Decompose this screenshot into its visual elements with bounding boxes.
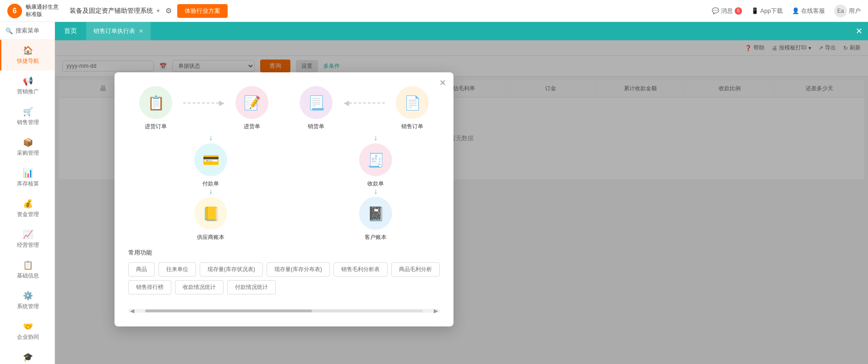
user-area[interactable]: Ea 用户: [834, 5, 861, 17]
sidebar-item-marketing[interactable]: 📢 营销推广: [0, 71, 55, 101]
supplier-account-circle: 📒: [194, 197, 227, 230]
sales-bill-label: 销货单: [308, 123, 324, 130]
message-icon: 💬: [712, 7, 719, 14]
header-right: 💬 消息 6 📱 App下载 👤 在线客服 Ea 用户: [712, 5, 861, 17]
tab-close-icon[interactable]: ✕: [139, 28, 143, 34]
search-menu-button[interactable]: 🔍 搜索菜单: [0, 22, 55, 40]
scroll-thumb: [145, 310, 312, 312]
sales-bill-node[interactable]: 📃 销货单: [289, 86, 344, 130]
payment-circle: 💳: [194, 143, 227, 176]
func-btn-receipt-stats[interactable]: 收款情况统计: [175, 280, 224, 294]
purchase-bill-label: 进货单: [244, 123, 260, 130]
money-icon: 💰: [23, 199, 33, 209]
modal-scrollbar[interactable]: ◀ ▶: [128, 309, 440, 313]
sales-order-label: 销售订单: [401, 123, 423, 130]
scroll-track: [145, 310, 423, 312]
payment-node[interactable]: 💳 付款单: [183, 143, 238, 188]
megaphone-icon: 📢: [23, 76, 33, 86]
dropdown-icon[interactable]: ▾: [157, 7, 160, 14]
system-title-area: 装备及固定资产辅助管理系统 ▾ ⚙: [70, 6, 172, 15]
func-buttons-row2: 销售排行榜 收款情况统计 付款情况统计: [128, 280, 440, 294]
close-all-icon[interactable]: ✕: [856, 26, 863, 36]
content-area: ❓ 帮助 🖨 按模板打印 ▾ ↗ 导出 ↻ 刷新: [55, 40, 868, 364]
payment-label: 付款单: [202, 180, 219, 188]
avatar: Ea: [834, 5, 847, 17]
clipboard-icon: 📋: [23, 260, 33, 270]
system-title: 装备及固定资产辅助管理系统: [70, 7, 153, 15]
sidebar-item-guide[interactable]: 🎓 新手引导: [0, 347, 55, 364]
func-btn-sales-rank[interactable]: 销售排行榜: [128, 280, 171, 294]
graduate-icon: 🎓: [23, 352, 33, 362]
gear-icon[interactable]: ⚙: [165, 6, 172, 15]
sales-order-node[interactable]: 📄 销售订单: [385, 86, 440, 130]
sidebar-item-enterprise[interactable]: 🤝 企业协同: [0, 316, 55, 347]
tab-bar: 首页 销售订单执行表 ✕ ✕: [55, 22, 868, 40]
sidebar-item-finance[interactable]: 💰 资金管理: [0, 193, 55, 224]
sidebar-item-operation[interactable]: 📈 经营管理: [0, 224, 55, 255]
chart-icon: 📊: [23, 168, 33, 178]
purchase-order-node[interactable]: 📋 进货订单: [128, 86, 183, 130]
tab-home[interactable]: 首页: [55, 22, 86, 40]
tab-sales-order[interactable]: 销售订单执行表 ✕: [86, 22, 151, 40]
modal-overlay: ✕ 📋 进货订单: [55, 40, 868, 364]
supplier-account-node[interactable]: 📒 供应商账本: [183, 197, 238, 241]
purchase-order-label: 进货订单: [145, 123, 167, 130]
sidebar: 🔍 搜索菜单 🏠 快捷导航 📢 营销推广 🛒 销售管理 📦 采购管理 📊 库存核…: [0, 22, 55, 364]
modal-dialog: ✕ 📋 进货订单: [115, 72, 453, 326]
trial-button[interactable]: 体验行业方案: [177, 4, 228, 18]
trending-icon: 📈: [23, 229, 33, 239]
logo-text: 畅康通好生意 标准版: [26, 4, 59, 18]
func-buttons-row1: 商品 往来单位 现存量(库存状况表) 现存量(库存分布表) 销售毛利分析表 商品…: [128, 262, 440, 277]
func-btn-sales-analysis[interactable]: 销售毛利分析表: [333, 262, 388, 277]
phone-icon: 📱: [751, 7, 759, 14]
settings-icon: ⚙️: [23, 291, 33, 301]
func-btn-product-profit[interactable]: 商品毛利分析: [391, 262, 440, 277]
customer-account-label: 客户账本: [365, 234, 387, 241]
func-btn-stock-status[interactable]: 现存量(库存状况表): [200, 262, 263, 277]
home-icon: 🏠: [23, 45, 33, 55]
func-btn-payment-stats[interactable]: 付款情况统计: [227, 280, 276, 294]
func-btn-partner[interactable]: 往来单位: [158, 262, 196, 277]
sidebar-item-sales[interactable]: 🛒 销售管理: [0, 101, 55, 132]
box-icon: 📦: [23, 137, 33, 147]
supplier-account-label: 供应商账本: [197, 234, 224, 241]
logo-area: 6 畅康通好生意 标准版: [7, 4, 62, 18]
message-button[interactable]: 💬 消息 6: [712, 7, 742, 15]
main-area: 首页 销售订单执行表 ✕ ✕ ❓ 帮助 🖨 按模板打印 ▾ ↗: [55, 22, 868, 364]
func-btn-product[interactable]: 商品: [128, 262, 155, 277]
modal-close-button[interactable]: ✕: [439, 78, 446, 88]
sales-order-circle: 📄: [396, 86, 429, 119]
customer-account-circle: 📓: [359, 197, 392, 230]
receipt-node[interactable]: 🧾 收款单: [348, 143, 403, 188]
purchase-bill-circle: 📝: [235, 86, 268, 119]
service-icon: 👤: [792, 7, 799, 14]
sidebar-item-system[interactable]: ⚙️ 系统管理: [0, 285, 55, 316]
customer-account-node[interactable]: 📓 客户账本: [348, 197, 403, 241]
scroll-left-icon[interactable]: ◀: [128, 308, 136, 314]
online-service-button[interactable]: 👤 在线客服: [792, 7, 825, 15]
sidebar-item-basic[interactable]: 📋 基础信息: [0, 255, 55, 285]
top-header: 6 畅康通好生意 标准版 装备及固定资产辅助管理系统 ▾ ⚙ 体验行业方案 💬 …: [0, 0, 868, 22]
func-btn-stock-dist[interactable]: 现存量(库存分布表): [267, 262, 330, 277]
receipt-label: 收款单: [367, 180, 384, 188]
sidebar-item-purchase[interactable]: 📦 采购管理: [0, 132, 55, 163]
sidebar-item-quick-nav[interactable]: 🏠 快捷导航: [0, 40, 55, 71]
app-download-button[interactable]: 📱 App下载: [751, 7, 783, 15]
purchase-bill-node[interactable]: 📝 进货单: [224, 86, 279, 130]
sales-bill-circle: 📃: [300, 86, 333, 119]
scroll-right-icon[interactable]: ▶: [432, 308, 440, 314]
common-func-title: 常用功能: [128, 249, 440, 257]
logo-icon: 6: [7, 4, 22, 18]
common-functions: 常用功能 商品 往来单位 现存量(库存状况表) 现存量(库存分布表) 销售毛利分…: [128, 241, 440, 302]
purchase-order-circle: 📋: [139, 86, 172, 119]
cart-icon: 🛒: [23, 107, 33, 117]
sidebar-item-inventory[interactable]: 📊 库存核算: [0, 163, 55, 193]
receipt-circle: 🧾: [359, 143, 392, 176]
search-icon: 🔍: [5, 27, 13, 34]
handshake-icon: 🤝: [23, 321, 33, 331]
